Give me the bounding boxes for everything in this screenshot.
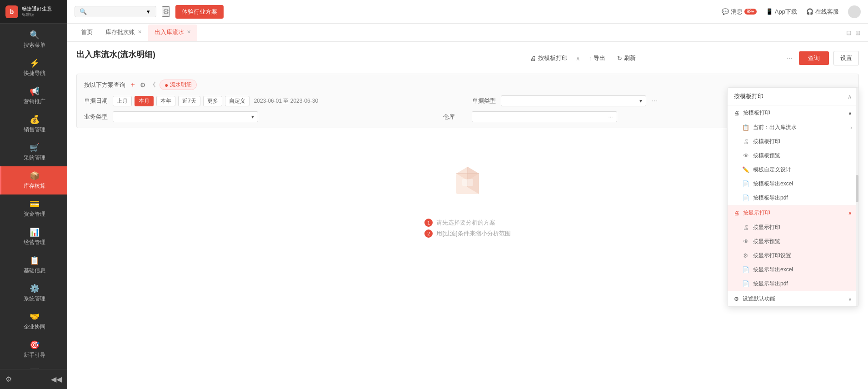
chevron-up-icon[interactable]: ∧ xyxy=(576,55,580,62)
sidebar-item-finance[interactable]: 💳 资金管理 xyxy=(0,194,67,223)
sidebar-item-quick-nav[interactable]: ⚡ 快捷导航 xyxy=(0,54,67,82)
header-actions: 🖨 按模板打印 ∧ ↑ 导出 ↻ 刷新 ··· 查询 设置 xyxy=(527,51,859,65)
prev-month-btn[interactable]: 上月 xyxy=(113,96,132,106)
more-options-button[interactable]: ··· xyxy=(785,54,794,62)
dropdown-section-template-header[interactable]: 🖨 按模板打印 ∨ xyxy=(728,105,858,120)
business-type-select[interactable]: ▾ xyxy=(113,111,258,122)
operations-icon: 📊 xyxy=(30,227,40,237)
page-title: 出入库流水(流水明细) xyxy=(76,49,155,60)
dropdown-scrollbar-thumb[interactable] xyxy=(856,175,858,202)
query-button[interactable]: 查询 xyxy=(799,51,829,65)
topbar-search-icon: 🔍 xyxy=(80,8,87,15)
tab-batch[interactable]: 库存批次账 ✕ xyxy=(99,25,148,41)
template-custom-label: 模板自定义设计 xyxy=(753,166,791,174)
dropdown-section-display-header[interactable]: 🖨 按显示打印 ∧ xyxy=(728,205,858,220)
sidebar-item-label: 资金管理 xyxy=(24,210,45,218)
main-area: 🔍 ▾ ⚙ 体验行业方案 💬 消息 99+ 📱 App下载 🎧 在线客服 xyxy=(67,0,868,389)
settings-bottom-icon[interactable]: ⚙ xyxy=(5,375,12,384)
sidebar-item-inventory[interactable]: 📦 库存核算 xyxy=(0,166,67,194)
tab-home[interactable]: 首页 xyxy=(75,25,99,41)
template-print-icon: 🖨 xyxy=(742,138,749,145)
sidebar-item-enterprise[interactable]: 🤝 企业协同 xyxy=(0,307,67,335)
topbar-search-input[interactable] xyxy=(90,9,144,15)
current-month-btn[interactable]: 本月 xyxy=(135,96,154,106)
system-icon: ⚙️ xyxy=(30,284,40,294)
enterprise-icon: 🤝 xyxy=(30,312,40,322)
maximize-window-icon[interactable]: ⊞ xyxy=(855,29,861,36)
sidebar-item-purchase[interactable]: 🛒 采购管理 xyxy=(0,138,67,166)
filter-settings-button[interactable]: ⚙ xyxy=(140,81,146,89)
dropdown-item-current-template[interactable]: 📋 当前：出入库流水 › xyxy=(728,120,858,135)
tab-flow-close[interactable]: ✕ xyxy=(187,29,191,35)
sidebar-item-basic[interactable]: 📋 基础信息 xyxy=(0,251,67,279)
display-settings-icon: ⚙ xyxy=(742,252,749,259)
topbar-gear-button[interactable]: ⚙ xyxy=(162,6,170,17)
template-pdf-icon: 📄 xyxy=(742,194,749,201)
guide-icon: 🎯 xyxy=(30,340,40,350)
app-download-button[interactable]: 📱 App下载 xyxy=(766,8,797,16)
tab-flow[interactable]: 出入库流水 ✕ xyxy=(148,25,197,41)
print-button[interactable]: 🖨 按模板打印 xyxy=(527,52,571,64)
dropdown-item-template-excel[interactable]: 📄 按模板导出excel xyxy=(728,177,858,191)
filter-add-button[interactable]: ＋ xyxy=(129,80,136,90)
tab-expand-controls: ⊟ ⊞ xyxy=(846,29,861,36)
template-print-section-icon: 🖨 xyxy=(734,110,739,116)
dropdown-item-display-excel[interactable]: 📄 按显示导出excel xyxy=(728,263,858,277)
user-avatar[interactable] xyxy=(848,5,861,18)
phone-icon: 📱 xyxy=(766,8,773,15)
dropdown-item-template-preview[interactable]: 👁 按模板预览 xyxy=(728,149,858,163)
sidebar-item-guide[interactable]: 🎯 新手引导 xyxy=(0,335,67,364)
collapse-sidebar-icon[interactable]: ◀◀ xyxy=(51,375,62,384)
current-year-btn[interactable]: 本年 xyxy=(156,96,175,106)
step-2-number: 2 xyxy=(424,229,433,238)
doc-type-more-button[interactable]: ··· xyxy=(650,97,659,105)
topbar-search-dropdown-icon[interactable]: ▾ xyxy=(147,8,150,15)
purchase-icon: 🛒 xyxy=(30,143,40,153)
step-1-text: 请先选择要分析的方案 xyxy=(436,219,495,227)
dropdown-item-display-settings[interactable]: ⚙ 按显示打印设置 xyxy=(728,249,858,263)
sidebar-item-sales[interactable]: 💰 销售管理 xyxy=(0,110,67,138)
dropdown-item-display-pdf[interactable]: 📄 按显示导出pdf xyxy=(728,277,858,291)
warehouse-select[interactable]: ··· xyxy=(472,111,617,122)
tab-bar: 首页 库存批次账 ✕ 出入库流水 ✕ ⊟ ⊞ xyxy=(67,24,868,42)
search-icon: 🔍 xyxy=(30,30,40,40)
recent7-btn[interactable]: 近7天 xyxy=(178,96,200,106)
sidebar-item-apps[interactable]: 🔲 应用中心 xyxy=(0,364,67,369)
dropdown-item-display-preview[interactable]: 👁 按显示预览 xyxy=(728,234,858,249)
custom-date-btn[interactable]: 自定义 xyxy=(225,96,249,106)
topbar-right: 💬 消息 99+ 📱 App下载 🎧 在线客服 xyxy=(722,5,861,18)
settings-button[interactable]: 设置 xyxy=(833,51,859,65)
marketing-icon: 📢 xyxy=(30,86,40,96)
topbar-search-box[interactable]: 🔍 ▾ xyxy=(75,6,156,17)
sidebar-item-system[interactable]: ⚙️ 系统管理 xyxy=(0,279,67,307)
tab-batch-close[interactable]: ✕ xyxy=(138,29,142,35)
dropdown-header: 按模板打印 ∧ xyxy=(728,88,858,105)
restore-window-icon[interactable]: ⊟ xyxy=(846,29,852,36)
sidebar-item-search[interactable]: 🔍 搜索菜单 xyxy=(0,25,67,54)
filter-tag[interactable]: ● 流水明细 xyxy=(160,80,197,90)
template-print-label: 按模板打印 xyxy=(753,138,780,145)
export-button[interactable]: ↑ 导出 xyxy=(585,52,609,64)
sidebar-item-operations[interactable]: 📊 经营管理 xyxy=(0,223,67,251)
dropdown-item-template-print[interactable]: 🖨 按模板打印 xyxy=(728,135,858,149)
industry-plan-button[interactable]: 体验行业方案 xyxy=(175,5,224,19)
dropdown-item-display-print[interactable]: 🖨 按显示打印 xyxy=(728,220,858,234)
message-label: 消息 xyxy=(731,8,743,16)
finance-icon: 💳 xyxy=(30,199,40,209)
refresh-button[interactable]: ↻ 刷新 xyxy=(614,52,639,64)
online-service-button[interactable]: 🎧 在线客服 xyxy=(806,8,839,16)
dropdown-footer-set-default[interactable]: ⚙ 设置默认功能 ∨ xyxy=(728,291,858,306)
warehouse-more-icon[interactable]: ··· xyxy=(608,114,613,120)
dropdown-item-template-custom[interactable]: ✏️ 模板自定义设计 xyxy=(728,163,858,177)
dropdown-item-template-pdf[interactable]: 📄 按模板导出pdf xyxy=(728,191,858,205)
filter-collapse-button[interactable]: 《 xyxy=(150,81,156,89)
display-print-icon: 🖨 xyxy=(742,224,749,231)
doc-type-select[interactable]: ▾ xyxy=(501,95,646,106)
more-date-btn[interactable]: 更多 xyxy=(203,96,222,106)
sidebar-item-label: 搜索菜单 xyxy=(24,41,45,49)
dropdown-chevron-up-icon[interactable]: ∧ xyxy=(848,93,852,100)
headset-icon: 🎧 xyxy=(806,8,813,15)
sidebar-item-marketing[interactable]: 📢 营销推广 xyxy=(0,82,67,110)
message-button[interactable]: 💬 消息 99+ xyxy=(722,8,757,16)
filter-tag-label: 流水明细 xyxy=(170,81,192,89)
